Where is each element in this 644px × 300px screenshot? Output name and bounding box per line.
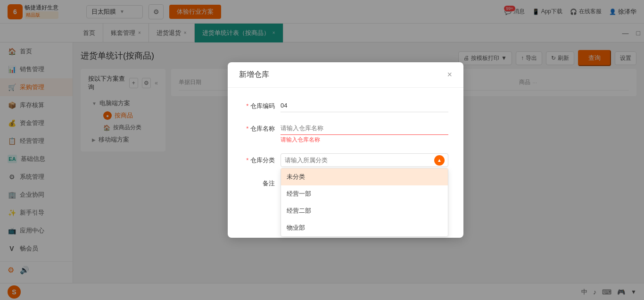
modal-header: 新增仓库 × <box>228 62 463 88</box>
modal-close-button[interactable]: × <box>447 70 452 80</box>
category-dropdown-list: 未分类 经营一部 经营二部 物业部 <box>281 168 448 237</box>
category-label: * 仓库分类 <box>243 153 281 165</box>
warehouse-category-input[interactable] <box>281 153 448 167</box>
dropdown-item-unclassified[interactable]: 未分类 <box>281 168 448 185</box>
code-label: * 仓库编码 <box>243 99 281 110</box>
form-row-name: * 仓库名称 请输入仓库名称 <box>243 122 448 144</box>
form-row-code: * 仓库编码 <box>243 99 448 112</box>
name-control: 请输入仓库名称 <box>281 122 448 144</box>
form-row-category: * 仓库分类 ▲ 未分类 经营一部 经营二部 物业部 <box>243 153 448 167</box>
warehouse-code-input[interactable] <box>281 99 448 112</box>
name-error-message: 请输入仓库名称 <box>281 136 448 144</box>
dropdown-item-dept2[interactable]: 经营二部 <box>281 202 448 219</box>
warehouse-name-input[interactable] <box>281 122 448 135</box>
category-dropdown-arrow[interactable]: ▲ <box>434 155 445 166</box>
code-control <box>281 99 448 112</box>
dropdown-item-property[interactable]: 物业部 <box>281 219 448 236</box>
modal-title: 新增仓库 <box>239 70 269 80</box>
modal-body: * 仓库编码 * 仓库名称 请输入仓库名称 * 仓库分类 <box>228 88 463 210</box>
dropdown-item-dept1[interactable]: 经营一部 <box>281 185 448 202</box>
category-select-container: ▲ 未分类 经营一部 经营二部 物业部 <box>281 153 448 167</box>
name-label: * 仓库名称 <box>243 122 281 133</box>
notes-label: 备注 <box>243 176 281 188</box>
new-warehouse-modal: 新增仓库 × * 仓库编码 * 仓库名称 请输入仓库名称 <box>228 62 463 238</box>
category-control: ▲ 未分类 经营一部 经营二部 物业部 <box>281 153 448 167</box>
